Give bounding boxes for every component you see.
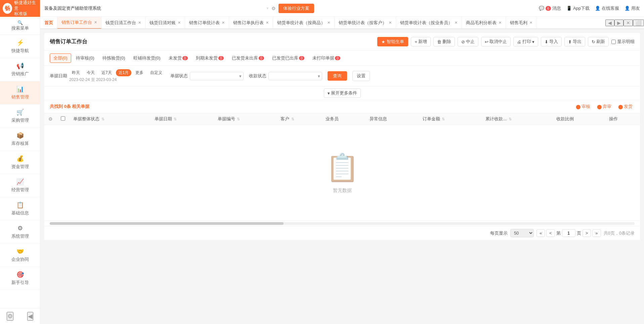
message-action[interactable]: 💬 6 消息 [539, 5, 561, 11]
refresh-btn[interactable]: ↻刷新 [588, 37, 609, 46]
sidebar-item-finance[interactable]: 💰资金管理 [0, 151, 40, 174]
sidebar-nav: ⚡快捷导航📢营销推广📊销售管理🛒采购管理📦库存核算💰资金管理📈经营管理📋基础信息… [0, 35, 40, 290]
tab-sales-stats-customer[interactable]: 销货单统计表（按客户）✕ [335, 17, 396, 29]
tab-close-sales-exec-table[interactable]: ✕ [266, 21, 269, 25]
ship-table-btn[interactable]: ⬤发货 [616, 103, 635, 110]
tab-label: 钱货日清工作台 [105, 20, 136, 26]
tab-close-sales-stats-table[interactable]: ✕ [222, 21, 225, 25]
date-option-更多[interactable]: 更多 [133, 69, 146, 76]
tab-close-sales-workbench[interactable]: ✕ [94, 20, 97, 25]
tab-close-sales-profit[interactable]: ✕ [529, 21, 532, 25]
tab-close-cash-daily[interactable]: ✕ [138, 21, 141, 25]
select-all-checkbox[interactable] [61, 116, 65, 121]
filter-tab-label: 未发货 [169, 55, 182, 60]
expand-filter-btn[interactable]: ▾ 展开更多条件 [324, 88, 361, 98]
sidebar-search[interactable]: 🔍 搜索菜单 [0, 17, 40, 35]
tab-sales-exec-table[interactable]: 销售订单执行表✕ [229, 17, 273, 29]
tab-label: 首页 [44, 20, 53, 26]
tab-sales-stats-product[interactable]: 销货单统计表（按商品）✕ [273, 17, 335, 29]
app-download-action[interactable]: 📱 App下载 [566, 5, 590, 11]
tab-close-sales-stats-customer[interactable]: ✕ [389, 21, 392, 25]
sort-icon-collected: ⇅ [509, 117, 512, 121]
sidebar-item-marketing[interactable]: 📢营销推广 [0, 58, 40, 81]
tab-sales-stats-staff[interactable]: 销货单统计表（按业务员）✕ [396, 17, 462, 29]
filter-tab-wangpu-pending[interactable]: 旺铺待发货(0) [130, 54, 164, 63]
tab-sales-workbench[interactable]: 销售订单工作台✕ [57, 17, 101, 29]
finance-icon: 💰 [16, 155, 24, 162]
sidebar-item-system[interactable]: ⚙系统管理 [0, 220, 40, 244]
tab-gross-margin[interactable]: 商品毛利分析表✕ [462, 17, 506, 29]
filter-tab-all[interactable]: 全部(0) [50, 53, 71, 63]
filter-tab-not-printed[interactable]: 未打印单据0 [309, 54, 344, 63]
filter-tab-pending-inspect[interactable]: 待拣验货(0) [99, 54, 129, 63]
export-btn[interactable]: ⬆导出 [564, 37, 585, 46]
tab-close-cash-reconcile[interactable]: ✕ [178, 21, 181, 25]
user-menu[interactable]: 👤 用友 [625, 5, 640, 11]
sidebar-item-guide[interactable]: 🎯新手引导 [0, 267, 40, 290]
query-button[interactable]: 查询 [328, 71, 347, 81]
import-btn[interactable]: ⬇导入 [541, 37, 562, 46]
filter-tab-not-shipped[interactable]: 未发货0 [165, 54, 191, 63]
tab-maximize-btn[interactable]: ⬜ [633, 19, 644, 26]
date-option-自定义[interactable]: 自定义 [147, 69, 165, 76]
review-table-btn[interactable]: ⬤审核 [574, 103, 592, 110]
sidebar-item-inventory[interactable]: 📦库存核算 [0, 128, 40, 151]
date-option-近1月[interactable]: 近1月 [116, 69, 132, 76]
cancel-stop-btn[interactable]: ↩取消中止 [481, 37, 511, 46]
tab-close-sales-stats-staff[interactable]: ✕ [455, 21, 458, 25]
print-btn[interactable]: 🖨打印▾ [513, 37, 538, 46]
reject-table-btn[interactable]: ⬤弃审 [595, 103, 613, 110]
sidebar-collapse-btn[interactable]: ◀ [27, 312, 33, 321]
tab-sales-stats-table[interactable]: 销售订单统计表✕ [185, 17, 229, 29]
tab-close-sales-stats-product[interactable]: ✕ [327, 21, 330, 25]
show-detail-label[interactable]: 显示明细 [611, 39, 635, 45]
tab-cash-daily[interactable]: 钱货日清工作台✕ [101, 17, 145, 29]
filter-tab-shipped-out[interactable]: 已发货已出库0 [269, 54, 308, 63]
show-detail-checkbox[interactable] [611, 40, 616, 44]
date-option-近7天[interactable]: 近7天 [99, 69, 115, 76]
topbar-settings-btn[interactable]: ⚙ [271, 6, 276, 11]
stop-btn[interactable]: ⊘中止 [458, 37, 478, 46]
sidebar-item-sales[interactable]: 📊销售管理 [0, 81, 40, 105]
date-option-今天[interactable]: 今天 [84, 69, 97, 76]
tab-next-btn[interactable]: ▶ [614, 19, 624, 26]
set-button[interactable]: 设置 [352, 71, 370, 81]
tab-close-all-btn[interactable]: ✕ [624, 19, 633, 26]
sidebar-item-enterprise[interactable]: 🤝企业协同 [0, 244, 40, 267]
add-icon: + [415, 39, 417, 44]
next-page-btn[interactable]: > [583, 229, 591, 237]
first-page-btn[interactable]: « [536, 229, 545, 237]
last-page-btn[interactable]: » [592, 229, 601, 237]
tab-prev-btn[interactable]: ◀ [605, 19, 614, 26]
sidebar-item-purchase[interactable]: 🛒采购管理 [0, 105, 40, 128]
smart-gen-btn[interactable]: ★智能生单 [377, 37, 408, 46]
table-count: 共找到 0条 相关单据 [50, 104, 89, 110]
ship-icon: ⬤ [618, 104, 623, 109]
page-input[interactable] [562, 229, 575, 237]
online-service-action[interactable]: 👤 在线客服 [595, 5, 619, 11]
filter-tab-pending-review[interactable]: 待审核(0) [73, 54, 98, 63]
tab-cash-reconcile[interactable]: 钱货日清对账✕ [145, 17, 185, 29]
tab-sales-profit[interactable]: 销售毛利✕ [506, 17, 537, 29]
filter-tab-overdue-not-shipped[interactable]: 到期未发货0 [192, 54, 227, 63]
tab-close-gross-margin[interactable]: ✕ [499, 21, 502, 25]
sidebar-item-operations[interactable]: 📈经营管理 [0, 174, 40, 197]
sidebar-item-base-info[interactable]: 📋基础信息 [0, 197, 40, 220]
tab-home[interactable]: 首页 [40, 17, 57, 29]
per-page-select[interactable]: 50 10 20 100 [510, 229, 534, 237]
status-select[interactable] [190, 72, 244, 80]
table-settings-btn[interactable]: ⚙ [48, 116, 53, 122]
prev-page-btn[interactable]: < [546, 229, 555, 237]
collect-select[interactable] [268, 72, 322, 80]
empty-icon: 📋 [326, 152, 359, 184]
filter-tab-shipped-not-out[interactable]: 已发货未出库0 [228, 54, 267, 63]
industry-solution-btn[interactable]: 体验行业方案 [278, 4, 314, 13]
topbar: 装备及固定资产辅助管理系统 ▾ ⚙ 体验行业方案 💬 6 消息 📱 App下载 … [40, 0, 644, 17]
filter-row: 单据日期 昨天今天近7天近1月更多自定义 2023-02-24 至 2023-0… [50, 69, 635, 83]
add-btn[interactable]: +新增 [411, 37, 431, 46]
delete-btn[interactable]: 🗑删除 [433, 37, 455, 46]
scroll-bar[interactable] [44, 220, 640, 226]
sidebar-settings-btn[interactable]: ⚙ [7, 312, 13, 321]
date-option-昨天[interactable]: 昨天 [69, 69, 83, 76]
sidebar-item-quick-nav[interactable]: ⚡快捷导航 [0, 35, 40, 58]
